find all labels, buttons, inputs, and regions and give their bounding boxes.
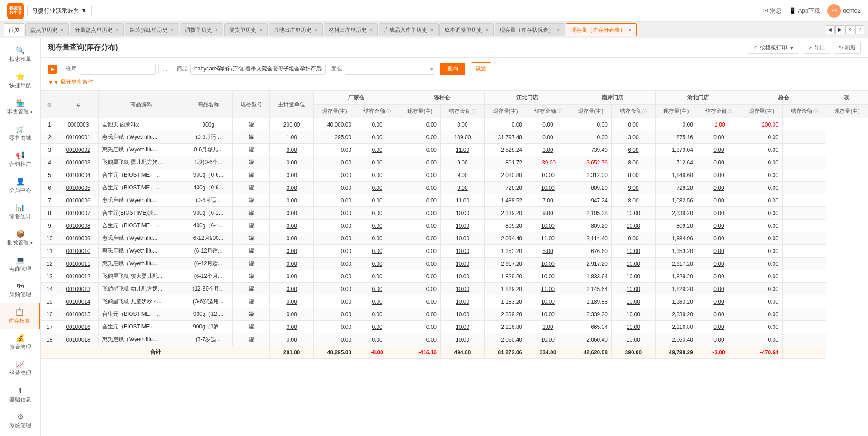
cell-w1-qty[interactable]: 0.00 — [270, 245, 314, 258]
cell-w3-qty[interactable]: 10.00 — [441, 245, 485, 258]
cell-wt-qty[interactable]: 0.00 — [697, 232, 741, 245]
cell-w5-qty[interactable]: 10.00 — [611, 283, 655, 295]
close-icon[interactable]: ✕ — [314, 28, 318, 33]
cell-w2-qty[interactable]: 0.00 — [355, 245, 399, 258]
app-download-btn[interactable]: 📱 App下载 — [789, 7, 820, 15]
cell-w3-qty[interactable]: 10.00 — [441, 283, 485, 295]
sidebar-item-marketing[interactable]: 📢 营销推广 — [0, 146, 40, 173]
cell-w3-qty[interactable]: 11.00 — [441, 194, 485, 207]
cell-wt-qty[interactable]: 0.00 — [697, 270, 741, 283]
sidebar-item-retail[interactable]: 🏪 零售管理 ▲ — [0, 94, 40, 120]
cell-w1-qty[interactable]: 0.00 — [270, 220, 314, 232]
cell-wt-qty[interactable]: 0.00 — [697, 194, 741, 207]
cell-w1-qty[interactable]: 0.00 — [270, 144, 314, 156]
color-dropdown-arrow[interactable]: ▼ — [429, 66, 434, 72]
message-btn[interactable]: ✉ 消息 — [763, 7, 782, 15]
info-icon[interactable]: ⓘ — [642, 109, 647, 114]
cell-w3-qty[interactable]: 10.00 — [441, 295, 485, 308]
print-btn[interactable]: 🖨 按模板打印 ▼ — [748, 42, 799, 54]
cell-code[interactable]: 00100007 — [58, 207, 99, 220]
expand-btn[interactable]: ▶ — [48, 65, 57, 74]
cell-code[interactable]: 00100018 — [58, 333, 99, 346]
cell-w2-qty[interactable]: 0.00 — [355, 258, 399, 270]
cell-w5-qty[interactable]: 0.00 — [611, 118, 655, 131]
sidebar-item-inventory[interactable]: 📋 库存核算 — [0, 303, 40, 329]
user-menu[interactable]: Ea demo2 — [827, 4, 861, 18]
cell-w4-qty[interactable]: 0.00 — [526, 131, 570, 144]
cell-w4-qty[interactable]: 10.00 — [526, 270, 570, 283]
info-icon[interactable]: ⓘ — [728, 109, 732, 114]
close-icon[interactable]: ✕ — [369, 28, 373, 33]
cell-w2-qty[interactable]: 0.00 — [355, 156, 399, 169]
nav-prev[interactable]: ◀ — [826, 25, 835, 34]
tab-qtchuku[interactable]: 其他出库单历史 ✕ — [269, 23, 323, 36]
cell-w4-qty[interactable]: -39.00 — [526, 156, 570, 169]
cell-w5-qty[interactable]: 9.00 — [611, 182, 655, 194]
close-icon[interactable]: ✕ — [60, 28, 64, 33]
cell-w1-qty[interactable]: 1.00 — [270, 131, 314, 144]
tab-chengben[interactable]: 成本调整单历史 ✕ — [439, 23, 494, 36]
cell-w5-qty[interactable]: 8.00 — [611, 169, 655, 182]
cell-w1-qty[interactable]: 0.00 — [270, 258, 314, 270]
cell-w5-qty[interactable]: 10.00 — [611, 321, 655, 333]
cell-w1-qty[interactable]: 0.00 — [270, 333, 314, 346]
cell-w4-qty[interactable]: 10.00 — [526, 182, 570, 194]
cell-w5-qty[interactable]: 10.00 — [611, 220, 655, 232]
cell-w4-qty[interactable]: 11.00 — [526, 232, 570, 245]
sidebar-item-nav[interactable]: ⭐ 快捷导航 — [0, 68, 40, 94]
cell-w5-qty[interactable]: 8.00 — [611, 194, 655, 207]
cell-w2-qty[interactable]: 0.00 — [355, 131, 399, 144]
close-icon[interactable]: ✕ — [259, 28, 263, 33]
cell-w4-qty[interactable]: 10.00 — [526, 220, 570, 232]
tab-home[interactable]: 首页 — [4, 23, 24, 36]
cell-w2-qty[interactable]: 0.00 — [355, 308, 399, 321]
sidebar-item-collab[interactable]: 🤝 企业协同 — [0, 434, 40, 436]
settings-btn[interactable]: 设置 — [471, 62, 491, 75]
cell-w5-qty[interactable]: 10.00 — [611, 270, 655, 283]
cell-code[interactable]: 00100001 — [58, 131, 99, 144]
cell-w3-qty[interactable]: 10.00 — [441, 333, 485, 346]
cell-w3-qty[interactable]: 10.00 — [441, 308, 485, 321]
top-selector[interactable]: 母婴行业演示账套 ▼ — [27, 5, 92, 17]
close-icon[interactable]: ✕ — [430, 28, 434, 33]
tab-pandian[interactable]: 盘点单历史 ✕ — [25, 23, 69, 36]
sidebar-item-ops[interactable]: 📈 经营管理 — [0, 356, 40, 382]
cell-code[interactable]: 00100003 — [58, 156, 99, 169]
cell-w3-qty[interactable]: 11.00 — [441, 144, 485, 156]
tab-diaobodanhistory[interactable]: 调拨单历史 ✕ — [180, 23, 223, 36]
cell-wt-qty[interactable]: 0.00 — [697, 258, 741, 270]
cell-w4-qty[interactable]: 0.00 — [526, 118, 570, 131]
cell-w3-qty[interactable]: 10.00 — [441, 321, 485, 333]
cell-w3-qty[interactable]: 9.00 — [441, 169, 485, 182]
query-btn[interactable]: 查询 — [440, 63, 465, 75]
cell-w2-qty[interactable]: 0.00 — [355, 232, 399, 245]
cell-w3-qty[interactable]: 10.00 — [441, 258, 485, 270]
cell-code[interactable]: 00100013 — [58, 283, 99, 295]
cell-w4-qty[interactable]: 11.00 — [526, 283, 570, 295]
cell-code[interactable]: 00100015 — [58, 308, 99, 321]
cell-w5-qty[interactable]: 6.00 — [611, 144, 655, 156]
cell-w2-qty[interactable]: 0.00 — [355, 270, 399, 283]
cell-wt-qty[interactable]: 0.00 — [697, 321, 741, 333]
cell-w1-qty[interactable]: 0.00 — [270, 194, 314, 207]
close-icon[interactable]: ✕ — [215, 28, 218, 33]
warehouse-input[interactable] — [80, 64, 156, 75]
tab-zuchaichu[interactable]: 组装拆卸单历史 ✕ — [125, 23, 179, 36]
cell-w5-qty[interactable]: 10.00 — [611, 333, 655, 346]
cell-code[interactable]: 00100008 — [58, 220, 99, 232]
close-icon[interactable]: ✕ — [485, 28, 489, 33]
color-input[interactable] — [345, 64, 435, 75]
sidebar-item-system[interactable]: ⚙ 系统管理 — [0, 408, 40, 434]
cell-code[interactable]: 00100009 — [58, 232, 99, 245]
cell-code[interactable]: 00100011 — [58, 258, 99, 270]
cell-code[interactable]: 00100016 — [58, 321, 99, 333]
cell-w3-qty[interactable]: 10.00 — [441, 232, 485, 245]
warehouse-ellipsis[interactable]: ... — [158, 64, 171, 74]
cell-code[interactable]: 00100010 — [58, 245, 99, 258]
cell-w1-qty[interactable]: 0.00 — [270, 321, 314, 333]
cell-w2-qty[interactable]: 0.00 — [355, 194, 399, 207]
cell-wt-qty[interactable]: 0.00 — [697, 245, 741, 258]
sidebar-item-ecommerce[interactable]: 💻 电商管理 — [0, 251, 40, 277]
cell-wt-qty[interactable]: 0.00 — [697, 283, 741, 295]
cell-w2-qty[interactable]: 0.00 — [355, 283, 399, 295]
